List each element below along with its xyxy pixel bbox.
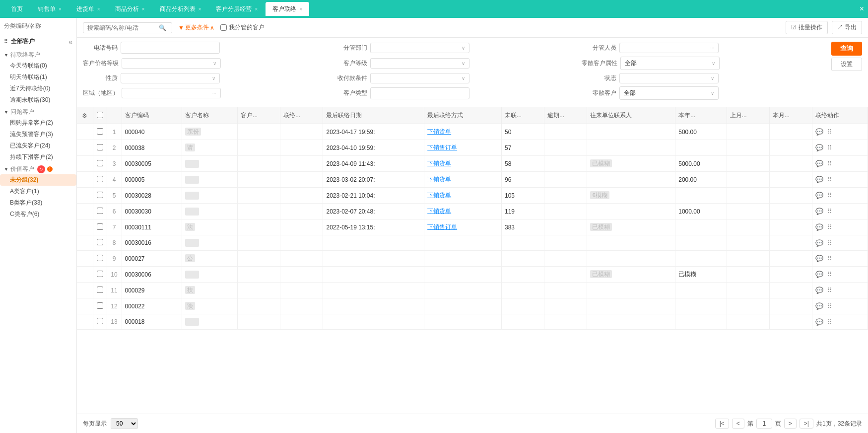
td-checkbox[interactable] (93, 267, 107, 283)
td-checkbox[interactable] (93, 140, 107, 156)
page-input[interactable] (756, 419, 772, 429)
tab-home[interactable]: 首页 (4, 2, 30, 16)
reset-button[interactable]: 设置 (831, 58, 862, 71)
message-icon[interactable]: 💬 (815, 239, 823, 247)
export-button[interactable]: ↗ 导出 (832, 21, 862, 34)
sidebar-all-customers[interactable]: ⠿ 全部客户 « (0, 34, 76, 49)
more-action-icon[interactable]: ⠿ (827, 144, 832, 151)
select-all-checkbox[interactable] (97, 112, 103, 118)
next-page-button[interactable]: > (784, 419, 797, 429)
more-action-icon[interactable]: ⠿ (827, 271, 832, 278)
tab-product-analysis[interactable]: 商品分析 × (108, 2, 152, 16)
last-page-button[interactable]: >| (800, 419, 813, 429)
row-checkbox[interactable] (97, 144, 103, 150)
tab-product-analysis-list-close[interactable]: × (199, 6, 201, 12)
price-grade-select[interactable]: ∨ (122, 58, 221, 69)
contact-method-link[interactable]: 下销货单 (427, 176, 451, 183)
td-checkbox[interactable] (93, 124, 107, 140)
td-checkbox[interactable] (93, 204, 107, 219)
contact-method-link[interactable]: 下销货单 (427, 208, 451, 215)
tab-product-analysis-close[interactable]: × (142, 6, 145, 12)
more-action-icon[interactable]: ⠿ (827, 255, 832, 262)
person-input[interactable]: ··· (619, 43, 719, 53)
td-checkbox[interactable] (93, 251, 107, 267)
sidebar-item-today[interactable]: 今天待联络(0) (0, 60, 76, 72)
group-pending-contact[interactable]: ▼ 待联络客户 (0, 49, 76, 60)
customer-grade-select[interactable]: ∨ (370, 58, 469, 69)
more-action-icon[interactable]: ⠿ (827, 318, 832, 326)
dept-select[interactable]: ∨ (370, 43, 469, 53)
message-icon[interactable]: 💬 (815, 176, 823, 183)
row-checkbox[interactable] (97, 318, 103, 324)
message-icon[interactable]: 💬 (815, 302, 823, 310)
td-checkbox[interactable] (93, 314, 107, 330)
message-icon[interactable]: 💬 (815, 128, 823, 136)
row-checkbox[interactable] (97, 239, 103, 245)
contact-method-link[interactable]: 下销货单 (427, 160, 451, 167)
retail-customer-select[interactable]: 全部∨ (619, 86, 719, 100)
sidebar-item-tomorrow[interactable]: 明天待联络(1) (0, 72, 76, 83)
message-icon[interactable]: 💬 (815, 255, 823, 262)
tab-product-analysis-list[interactable]: 商品分析列表 × (153, 2, 208, 16)
sidebar-item-class-c[interactable]: C类客户(6) (0, 209, 76, 220)
my-customers-checkbox[interactable] (220, 24, 227, 31)
more-action-icon[interactable]: ⠿ (827, 176, 832, 183)
message-icon[interactable]: 💬 (815, 160, 823, 167)
message-icon[interactable]: 💬 (815, 318, 823, 326)
td-checkbox[interactable] (93, 156, 107, 172)
td-checkbox[interactable] (93, 298, 107, 314)
customer-type-input[interactable] (370, 87, 469, 99)
message-icon[interactable]: 💬 (815, 192, 823, 199)
th-checkbox[interactable] (93, 107, 107, 124)
row-checkbox[interactable] (97, 192, 103, 198)
sidebar-item-declining[interactable]: 持续下滑客户(2) (0, 151, 76, 163)
td-checkbox[interactable] (93, 172, 107, 188)
row-checkbox[interactable] (97, 128, 103, 135)
contact-method-link[interactable]: 下销货单 (427, 128, 451, 135)
refresh-badge[interactable]: ↻ (37, 165, 45, 173)
tab-customer-contact[interactable]: 客户联络 × (266, 2, 309, 16)
status-select[interactable]: ∨ (619, 73, 719, 83)
payment-select[interactable]: ∨ (370, 73, 469, 83)
page-size-select[interactable]: 50 20 100 (111, 418, 138, 429)
nature-select[interactable]: ∨ (121, 73, 220, 83)
row-checkbox[interactable] (97, 176, 103, 182)
close-all-button[interactable]: × (860, 4, 864, 13)
sidebar-item-churn-warning[interactable]: 流失预警客户(3) (0, 129, 76, 140)
tab-customer-contact-close[interactable]: × (299, 6, 302, 12)
search-button[interactable]: 查询 (831, 42, 862, 56)
td-checkbox[interactable] (93, 188, 107, 204)
row-checkbox[interactable] (97, 208, 103, 214)
tab-sales-close[interactable]: × (59, 6, 62, 12)
message-icon[interactable]: 💬 (815, 223, 823, 231)
sidebar-item-churned[interactable]: 已流失客户(24) (0, 140, 76, 151)
more-action-icon[interactable]: ⠿ (827, 128, 832, 136)
more-action-icon[interactable]: ⠿ (827, 239, 832, 247)
row-checkbox[interactable] (97, 271, 103, 277)
more-conditions-button[interactable]: ▼ 更多条件 ∧ (178, 23, 214, 32)
group-value-customers[interactable]: ▼ 价值客户 ↻ ! (0, 163, 76, 174)
contact-method-link[interactable]: 下销售订单 (427, 144, 457, 151)
tab-purchase-close[interactable]: × (97, 6, 100, 12)
batch-ops-button[interactable]: ☑ 批量操作 (786, 21, 827, 34)
sidebar-item-hoarding-anomaly[interactable]: 囤购异常客户(2) (0, 117, 76, 129)
th-settings[interactable]: ⚙ (77, 107, 93, 124)
row-checkbox[interactable] (97, 255, 103, 261)
more-action-icon[interactable]: ⠿ (827, 287, 832, 294)
tab-sales[interactable]: 销售单 × (31, 2, 68, 16)
more-action-icon[interactable]: ⠿ (827, 208, 832, 215)
message-icon[interactable]: 💬 (815, 271, 823, 278)
group-problem-customers[interactable]: ▼ 问题客户 (0, 106, 76, 117)
message-icon[interactable]: 💬 (815, 144, 823, 151)
more-action-icon[interactable]: ⠿ (827, 223, 832, 231)
filter-search-input[interactable] (87, 24, 157, 31)
prev-page-button[interactable]: < (732, 419, 744, 429)
row-checkbox[interactable] (97, 287, 103, 293)
sidebar-collapse-icon[interactable]: « (68, 38, 72, 46)
row-checkbox[interactable] (97, 160, 103, 166)
sidebar-item-class-b[interactable]: B类客户(33) (0, 197, 76, 209)
message-icon[interactable]: 💬 (815, 287, 823, 294)
td-checkbox[interactable] (93, 283, 107, 298)
region-input[interactable]: ··· (122, 88, 221, 98)
more-action-icon[interactable]: ⠿ (827, 302, 832, 310)
